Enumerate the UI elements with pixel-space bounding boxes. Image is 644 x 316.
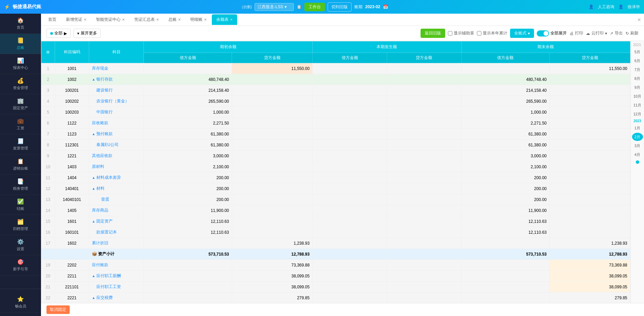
ledger-icon: 📒 xyxy=(17,37,24,44)
row-ob-debit: 2,271.50 xyxy=(144,118,232,129)
cloud-print-button[interactable]: ☁ 云打印 ▾ xyxy=(586,30,607,36)
tab-home[interactable]: 首页 xyxy=(44,14,61,25)
row-cp-debit xyxy=(313,227,387,238)
sidebar-item-home[interactable]: 🏠 首页 xyxy=(0,14,41,34)
row-no: 4 xyxy=(41,96,55,107)
tab-balance-sheet[interactable]: 余额表 ✕ xyxy=(212,14,237,25)
export-button[interactable]: ↗ 导出 xyxy=(610,30,623,36)
unpin-button[interactable]: 取消固定 xyxy=(46,305,70,314)
sidebar-label-settings: 设置 xyxy=(17,246,24,252)
tab-detail-ledger[interactable]: 明细账 ✕ xyxy=(186,14,211,25)
row-cp-debit xyxy=(313,74,387,85)
toolbar-right: 返回旧版 显示辅助算 显示本年累计 全账式 ▾ 全部展开 xyxy=(421,29,639,38)
row-name: 农业银行（黄金） xyxy=(89,96,144,107)
expand-more-button[interactable]: ▾ 展开更多 xyxy=(73,29,101,38)
cal-month-1[interactable]: 1月 xyxy=(632,124,643,132)
tab-balance-sheet-close[interactable]: ✕ xyxy=(230,18,233,21)
sidebar-item-payroll[interactable]: 💼 工资 xyxy=(0,114,41,134)
sidebar-item-report-center[interactable]: 📊 报表中心 xyxy=(0,54,41,74)
old-version-button[interactable]: 切到旧版 xyxy=(328,2,352,12)
footer: 取消固定 xyxy=(41,303,644,316)
consult-label[interactable]: 人工咨询 xyxy=(598,4,614,10)
calendar-icon[interactable]: 📅 xyxy=(383,4,388,9)
copy-icon[interactable]: 📋 xyxy=(297,4,302,9)
tab-new-voucher-close[interactable]: ✕ xyxy=(84,18,86,21)
row-ob-debit: 2,100.00 xyxy=(144,161,232,172)
sidebar-item-general-ledger[interactable]: 📒 总账 xyxy=(0,34,41,54)
cal-month-2[interactable]: 2月 xyxy=(632,133,643,141)
user-name[interactable]: 徐泽华 xyxy=(628,4,640,10)
cal-month-9[interactable]: 9月 xyxy=(632,83,643,91)
current-period-header: 本期发生额 xyxy=(313,41,462,53)
sidebar-item-archive[interactable]: 🗂️ 归档管理 xyxy=(0,215,41,235)
cal-month-7[interactable]: 7月 xyxy=(632,66,643,74)
show-ytd-checkbox[interactable]: 显示本年累计 xyxy=(477,30,507,36)
tab-detail-ledger-close[interactable]: ✕ xyxy=(204,18,207,21)
cal-toggle-icon[interactable] xyxy=(636,160,639,164)
sidebar-item-settings[interactable]: ⚙️ 设置 xyxy=(0,235,41,255)
cal-month-12[interactable]: 12月 xyxy=(632,110,643,118)
sidebar-label-invoice: 发票管理 xyxy=(13,146,28,151)
app-title: 畅捷通易代账 xyxy=(13,4,41,10)
row-cp-credit xyxy=(387,140,461,150)
close-all-tabs-button[interactable]: ✕ xyxy=(637,17,641,23)
sidebar-item-settlement[interactable]: ✅ 结账 xyxy=(0,195,41,215)
row-name: 泰属EU公司 xyxy=(89,140,144,150)
cal-month-11[interactable]: 11月 xyxy=(632,101,643,109)
toggle-switch[interactable] xyxy=(537,30,549,37)
row-name: ▲ 应交税费 xyxy=(89,292,144,303)
table-settings-icon[interactable]: ⚙ xyxy=(46,50,50,55)
cal-month-8[interactable]: 8月 xyxy=(632,74,643,83)
sidebar-item-capital[interactable]: 💰 资金管理 xyxy=(0,74,41,94)
sidebar-item-fixed-assets[interactable]: 🏢 固定资产 xyxy=(0,94,41,114)
workbench-button[interactable]: 工作台 xyxy=(304,3,325,11)
row-ob-debit xyxy=(144,271,232,282)
tab-general-ledger-close[interactable]: ✕ xyxy=(178,18,181,21)
tab-new-voucher[interactable]: 新增凭证 ✕ xyxy=(61,14,91,25)
row-ob-credit: 279.85 xyxy=(232,292,313,303)
cal-month-3[interactable]: 3月 xyxy=(632,142,643,150)
row-ob-credit xyxy=(232,227,313,238)
row-cp-debit xyxy=(313,161,387,172)
cal-month-10[interactable]: 10月 xyxy=(632,92,643,100)
cal-month-5[interactable]: 5月 xyxy=(632,48,643,56)
tab-smart-center[interactable]: 智能凭证中心 ✕ xyxy=(92,14,129,25)
row-ob-credit xyxy=(232,96,313,107)
table-row: 6 1122 应收账款 2,271.50 2,271.50 xyxy=(41,118,630,129)
row-ob-debit: 11,900.00 xyxy=(144,205,232,216)
row-no: 3 xyxy=(41,85,55,96)
row-cp-debit xyxy=(313,271,387,282)
show-ytd-input[interactable] xyxy=(477,31,481,35)
row-cp-credit xyxy=(387,282,461,292)
balance-table: ⚙ 科目编码 科目 期初余额 本 xyxy=(41,41,630,303)
print-button[interactable]: 🖨 打印 xyxy=(570,30,583,36)
table-row: 5 100203 中国银行 1,000.00 1,000.00 xyxy=(41,107,630,118)
row-ob-debit: 200.00 xyxy=(144,194,232,205)
tab-voucher-summary-close[interactable]: ✕ xyxy=(156,18,159,21)
tab-smart-center-close[interactable]: ✕ xyxy=(122,18,125,21)
company-selector[interactable]: 江西股圣-LSS ▾ xyxy=(255,3,294,11)
full-style-button[interactable]: 全账式 ▾ xyxy=(510,29,534,38)
sidebar-item-invoice[interactable]: 🧾 发票管理 xyxy=(0,134,41,155)
row-code: 100202 xyxy=(55,96,89,107)
table-row: 15 1601 ▲ 固定资产 12,110.63 12,110.63 xyxy=(41,216,630,227)
sidebar-item-member[interactable]: ⭐ 畅会员 xyxy=(0,292,41,313)
cal-month-6[interactable]: 6月 xyxy=(632,57,643,65)
tab-general-ledger[interactable]: 总账 ✕ xyxy=(164,14,185,25)
cal-month-4[interactable]: 4月 xyxy=(632,150,643,159)
show-aux-checkbox[interactable]: 显示辅助算 xyxy=(448,30,474,36)
row-ob-debit: 3,000.00 xyxy=(144,150,232,161)
sidebar-label-capital: 资金管理 xyxy=(13,85,28,90)
sidebar-item-tax[interactable]: 📑 税务管理 xyxy=(0,175,41,195)
show-aux-input[interactable] xyxy=(448,31,452,35)
tab-voucher-summary[interactable]: 凭证汇总表 ✕ xyxy=(130,14,163,25)
refresh-button[interactable]: ↻ 刷新 xyxy=(626,30,639,36)
filter-button[interactable]: 全部 ▶ xyxy=(46,29,71,38)
row-code: 1001 xyxy=(55,63,89,74)
return-old-version-button[interactable]: 返回旧版 xyxy=(421,29,445,38)
row-no: 22 xyxy=(41,292,55,303)
sidebar-item-purchase-sale[interactable]: 📋 进销台账 xyxy=(0,155,41,175)
sidebar-item-newbie[interactable]: 🎯 新手引导 xyxy=(0,255,41,275)
settings-header[interactable]: ⚙ xyxy=(41,41,55,63)
ob-credit-header: 贷方金额 xyxy=(232,53,313,63)
